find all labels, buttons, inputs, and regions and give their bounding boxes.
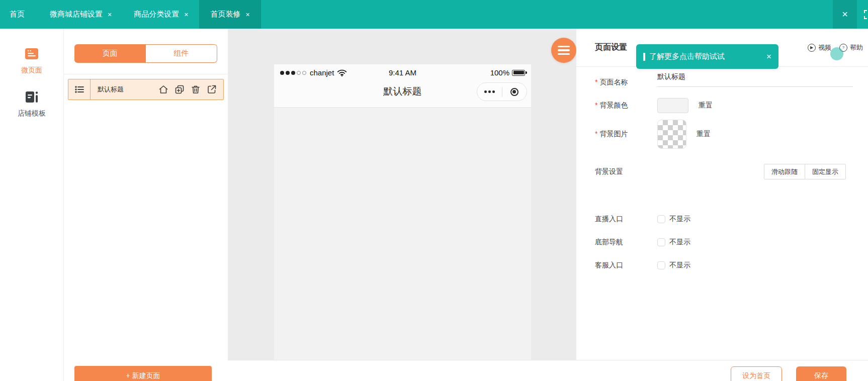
sidebar-item-label: 微页面 [21, 66, 42, 75]
phone-title-bar: 默认标题 [274, 78, 531, 107]
tab-homepage-decoration[interactable]: 首页装修 × [199, 0, 261, 29]
pages-panel: 页面 组件 默认标题 [64, 29, 228, 381]
tab-pages[interactable]: 页面 [74, 44, 146, 63]
status-time: 9:41 AM [274, 68, 531, 77]
phone-header: chanjet 9:41 AM 100% [274, 64, 531, 108]
sidebar-item-shop-template[interactable]: 店铺模板 [0, 87, 63, 121]
sidebar-item-micro-page[interactable]: 微页面 [0, 44, 63, 78]
drag-handle-icon[interactable] [68, 79, 91, 100]
micro-page-icon [24, 47, 39, 61]
bg-color-row: *背景颜色 重置 [595, 98, 853, 113]
bg-image-reset-link[interactable]: 重置 [697, 130, 711, 139]
bg-color-reset-link[interactable]: 重置 [699, 101, 713, 110]
tab-label: 商品分类设置 [134, 10, 179, 19]
help-link[interactable]: ? 帮助 [839, 43, 863, 52]
required-mark: * [595, 78, 597, 86]
service-entry-row: 客服入口 不显示 [595, 261, 853, 270]
settings-form: *页面名称 *背景颜色 重置 *背景图片 重置 背景设置 滑动跟随 固定显示 [576, 67, 868, 270]
bg-mode-group: 滑动跟随 固定显示 [764, 164, 846, 179]
banner-accent-bar [643, 53, 645, 61]
bg-image-picker[interactable] [657, 120, 686, 149]
fullscreen-icon[interactable] [857, 0, 868, 29]
divider [64, 74, 228, 74]
settings-header: 页面设置 ▶ 视频 ? 帮助 了解更多点击帮助试试 × [576, 29, 868, 67]
tab-close-icon[interactable]: × [108, 11, 112, 19]
tab-shop-settings[interactable]: 微商城店铺设置 × [39, 0, 123, 29]
app-window: 首页 微商城店铺设置 × 商品分类设置 × 首页装修 × × [0, 0, 868, 381]
highlight-dot [830, 47, 843, 60]
copy-page-icon[interactable] [175, 84, 185, 94]
bottom-nav-checkbox[interactable] [657, 238, 665, 246]
tab-label: 首页装修 [210, 10, 240, 19]
tab-label: 微商城店铺设置 [50, 10, 103, 19]
service-entry-checkbox-label: 不显示 [669, 261, 690, 270]
tab-close-icon[interactable]: × [184, 11, 188, 19]
banner-close-icon[interactable]: × [761, 52, 771, 62]
banner-text: 了解更多点击帮助试试 [649, 52, 725, 61]
page-list-item[interactable]: 默认标题 [68, 79, 224, 100]
tab-close-icon[interactable]: × [245, 11, 249, 19]
tab-label: 首页 [10, 10, 25, 19]
page-name-label: *页面名称 [595, 78, 657, 87]
bg-setting-row: 背景设置 滑动跟随 固定显示 [595, 164, 853, 179]
close-target-icon [502, 88, 527, 96]
page-item-actions [158, 84, 223, 94]
video-link[interactable]: ▶ 视频 [808, 43, 831, 52]
new-page-button[interactable]: + 新建页面 [74, 366, 212, 381]
battery-icon [512, 70, 525, 76]
bg-image-label: *背景图片 [595, 130, 657, 139]
video-link-label: 视频 [818, 43, 831, 52]
sidebar-item-label: 店铺模板 [18, 109, 46, 118]
footer-bar: 设为首页 保存 [228, 360, 868, 381]
live-entry-row: 直播入口 不显示 [595, 215, 853, 224]
set-home-icon[interactable] [158, 84, 168, 94]
bottom-nav-label: 底部导航 [595, 238, 657, 247]
delete-page-icon[interactable] [191, 84, 201, 94]
hamburger-menu-button[interactable] [551, 38, 576, 63]
top-tab-bar: 首页 微商城店铺设置 × 商品分类设置 × 首页装修 × × [0, 0, 868, 29]
bg-setting-label: 背景设置 [595, 167, 657, 176]
bottom-nav-checkbox-label: 不显示 [669, 238, 690, 247]
page-item-title: 默认标题 [91, 85, 158, 94]
share-page-icon[interactable] [207, 84, 217, 94]
more-options-icon [477, 90, 502, 93]
fixed-display-button[interactable]: 固定显示 [805, 164, 846, 179]
required-mark: * [595, 130, 597, 138]
set-as-home-button[interactable]: 设为首页 [731, 366, 782, 381]
left-sidebar: 微页面 店铺模板 [0, 29, 64, 381]
bg-image-row: *背景图片 重置 [595, 120, 853, 149]
page-name-input[interactable] [657, 73, 853, 87]
save-button[interactable]: 保存 [796, 366, 846, 381]
help-link-label: 帮助 [850, 43, 863, 52]
tab-components[interactable]: 组件 [146, 44, 218, 63]
settings-title: 页面设置 [595, 42, 627, 53]
bg-color-label: *背景颜色 [595, 101, 657, 110]
page-settings-panel: 页面设置 ▶ 视频 ? 帮助 了解更多点击帮助试试 × *页面名称 [576, 29, 868, 360]
phone-mockup: chanjet 9:41 AM 100% [274, 64, 531, 360]
page-name-row: *页面名称 [595, 73, 853, 87]
live-entry-label: 直播入口 [595, 215, 657, 224]
video-play-icon: ▶ [808, 44, 816, 52]
live-entry-checkbox-label: 不显示 [669, 215, 690, 224]
shop-template-icon [24, 90, 39, 104]
topbar-controls: × [833, 0, 868, 29]
phone-preview-area: chanjet 9:41 AM 100% [228, 29, 576, 360]
miniprogram-capsule [477, 82, 527, 101]
tab-category-settings[interactable]: 商品分类设置 × [123, 0, 199, 29]
live-entry-checkbox[interactable] [657, 215, 665, 223]
service-entry-label: 客服入口 [595, 261, 657, 270]
close-window-button[interactable]: × [833, 0, 857, 29]
help-tip-banner: 了解更多点击帮助试试 × [636, 44, 778, 69]
required-mark: * [595, 101, 597, 109]
tab-home[interactable]: 首页 [0, 0, 39, 29]
panel-tabs: 页面 组件 [74, 44, 217, 63]
service-entry-checkbox[interactable] [657, 261, 665, 269]
bg-color-swatch[interactable] [657, 98, 688, 113]
scroll-follow-button[interactable]: 滑动跟随 [764, 164, 805, 179]
phone-content-canvas[interactable] [274, 108, 531, 360]
phone-status-bar: chanjet 9:41 AM 100% [274, 64, 531, 78]
bottom-nav-row: 底部导航 不显示 [595, 238, 853, 247]
